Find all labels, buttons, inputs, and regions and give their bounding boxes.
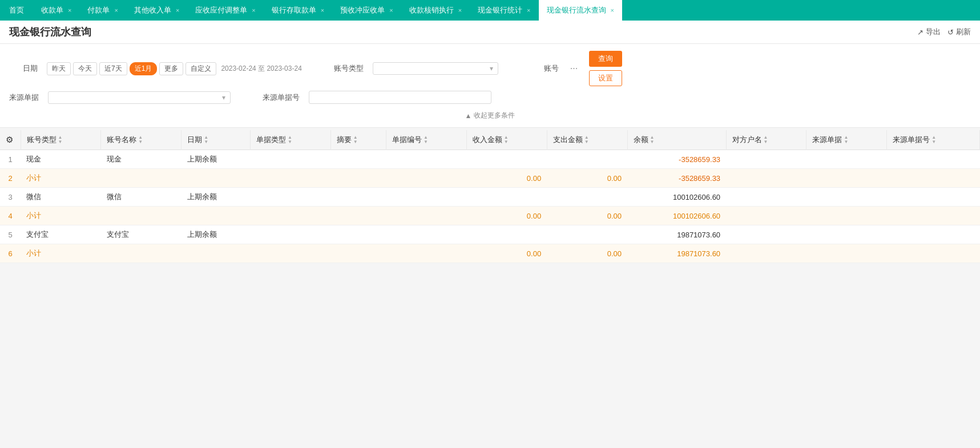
sort-arrows-income: ▲▼ — [504, 135, 509, 144]
th-account-type[interactable]: 账号类型 ▲▼ — [21, 130, 101, 150]
table-header-row: ⚙ 账号类型 ▲▼ 账号名称 ▲▼ 日期 — [0, 130, 980, 150]
close-tab-prepay-offset-icon[interactable]: × — [389, 0, 393, 21]
data-table-container: ⚙ 账号类型 ▲▼ 账号名称 ▲▼ 日期 — [0, 130, 980, 263]
th-counter-party[interactable]: 对方户名 ▲▼ — [726, 130, 806, 150]
close-tab-ar-ap-adjust-icon[interactable]: × — [252, 0, 255, 21]
sort-arrows-balance: ▲▼ — [650, 135, 655, 144]
tab-payment[interactable]: 付款单 × — [79, 0, 126, 21]
sort-arrows-date: ▲▼ — [204, 135, 208, 144]
tab-receivable[interactable]: 收款单 × — [33, 0, 79, 21]
filter-row-2: 来源单据 ▾ 来源单据号 — [9, 91, 971, 104]
settings-button[interactable]: 设置 — [589, 70, 622, 86]
close-tab-bank-deposit-icon[interactable]: × — [321, 0, 324, 21]
close-tab-cash-bank-stats-icon[interactable]: × — [527, 0, 530, 21]
query-actions: 查询 设置 — [589, 51, 622, 86]
tab-bank-deposit[interactable]: 银行存取款单 × — [264, 0, 332, 21]
th-balance[interactable]: 余额 ▲▼ — [627, 130, 726, 150]
sort-arrows-account-type: ▲▼ — [58, 135, 63, 144]
data-table: ⚙ 账号类型 ▲▼ 账号名称 ▲▼ 日期 — [0, 130, 980, 263]
th-income[interactable]: 收入金额 ▲▼ — [466, 130, 547, 150]
settings-gear-icon: ⚙ — [6, 135, 13, 144]
th-summary[interactable]: 摘要 ▲▼ — [330, 130, 386, 150]
table-row: 5支付宝支付宝上期余额19871073.60 — [0, 225, 980, 244]
sort-arrows-expense: ▲▼ — [584, 135, 589, 144]
sort-arrows-doc-type: ▲▼ — [288, 135, 292, 144]
tab-prepay-offset[interactable]: 预收冲应收单 × — [332, 0, 401, 21]
top-navigation: 首页 收款单 × 付款单 × 其他收入单 × 应收应付调整单 × 银行存取款单 … — [0, 0, 980, 21]
header-actions: ↗ 导出 ↺ 刷新 — [917, 27, 971, 37]
filter-row-1: 日期 昨天 今天 近7天 近1月 更多 自定义 2023-02-24 至 202… — [9, 51, 971, 86]
date-range-display: 2023-02-24 至 2023-03-24 — [221, 64, 301, 74]
table-row: 6小计0.000.0019871073.60 — [0, 244, 980, 263]
collapse-label: 收起更多条件 — [474, 111, 515, 120]
page-header: 现金银行流水查询 ↗ 导出 ↺ 刷新 — [0, 21, 980, 44]
export-icon: ↗ — [917, 28, 923, 37]
query-button[interactable]: 查询 — [589, 51, 622, 67]
table-body: 1现金现金上期余额-3528659.332小计0.000.00-3528659.… — [0, 150, 980, 263]
close-tab-cash-bank-flow-icon[interactable]: × — [611, 0, 614, 21]
sort-arrows-source-doc-no: ▲▼ — [931, 135, 936, 144]
source-doc-no-label: 来源单据号 — [263, 92, 300, 103]
filter-area: 日期 昨天 今天 近7天 近1月 更多 自定义 2023-02-24 至 202… — [0, 44, 980, 128]
tab-collection-verify[interactable]: 收款核销执行 × — [401, 0, 470, 21]
date-btn-custom[interactable]: 自定义 — [185, 62, 216, 75]
account-more-button[interactable]: ··· — [568, 63, 580, 74]
source-doc-select[interactable]: ▾ — [48, 91, 231, 104]
tab-cash-bank-flow[interactable]: 现金银行流水查询 × — [539, 0, 622, 21]
date-btn-yesterday[interactable]: 昨天 — [47, 62, 71, 75]
sort-arrows-summary: ▲▼ — [353, 135, 358, 144]
chevron-down-icon: ▾ — [490, 64, 493, 72]
table-row: 4小计0.000.00100102606.60 — [0, 207, 980, 225]
th-expense[interactable]: 支出金额 ▲▼ — [547, 130, 627, 150]
sort-arrows-source-doc: ▲▼ — [844, 135, 848, 144]
th-doc-no[interactable]: 单据编号 ▲▼ — [386, 130, 467, 150]
sort-arrows-counter-party: ▲▼ — [764, 135, 768, 144]
date-filter-buttons: 昨天 今天 近7天 近1月 更多 自定义 2023-02-24 至 2023-0… — [47, 62, 302, 75]
collapse-filter-bar[interactable]: ▲ 收起更多条件 — [9, 108, 971, 123]
sort-arrows-doc-no: ▲▼ — [424, 135, 428, 144]
source-doc-no-input[interactable] — [309, 91, 491, 104]
date-btn-7days[interactable]: 近7天 — [99, 62, 127, 75]
source-doc-chevron-icon: ▾ — [222, 94, 225, 102]
table-row: 1现金现金上期余额-3528659.33 — [0, 150, 980, 169]
close-tab-collection-verify-icon[interactable]: × — [458, 0, 462, 21]
th-doc-type[interactable]: 单据类型 ▲▼ — [250, 130, 330, 150]
tab-cash-bank-stats[interactable]: 现金银行统计 × — [470, 0, 538, 21]
collapse-icon: ▲ — [465, 112, 472, 120]
date-btn-more[interactable]: 更多 — [159, 62, 183, 75]
th-date[interactable]: 日期 ▲▼ — [182, 130, 251, 150]
account-type-label: 账号类型 — [334, 63, 364, 74]
th-settings[interactable]: ⚙ — [0, 130, 21, 150]
table-row: 3微信微信上期余额100102606.60 — [0, 188, 980, 207]
page-title: 现金银行流水查询 — [9, 25, 91, 39]
refresh-icon: ↺ — [947, 28, 954, 37]
th-source-doc[interactable]: 来源单据 ▲▼ — [806, 130, 887, 150]
export-button[interactable]: ↗ 导出 — [917, 27, 941, 37]
table-row: 2小计0.000.00-3528659.33 — [0, 169, 980, 188]
refresh-button[interactable]: ↺ 刷新 — [947, 27, 971, 37]
close-tab-receivable-icon[interactable]: × — [68, 0, 71, 21]
th-source-doc-no[interactable]: 来源单据号 ▲▼ — [887, 130, 980, 150]
sort-arrows-account-name: ▲▼ — [138, 135, 143, 144]
date-btn-today[interactable]: 今天 — [73, 62, 97, 75]
home-nav-item[interactable]: 首页 — [0, 0, 33, 21]
source-doc-label: 来源单据 — [9, 92, 39, 103]
tab-other-income[interactable]: 其他收入单 × — [126, 0, 187, 21]
date-btn-1month[interactable]: 近1月 — [130, 62, 158, 75]
close-tab-other-income-icon[interactable]: × — [176, 0, 179, 21]
account-label: 账号 — [530, 63, 559, 74]
account-type-select[interactable]: ▾ — [373, 62, 498, 75]
close-tab-payment-icon[interactable]: × — [114, 0, 118, 21]
th-account-name[interactable]: 账号名称 ▲▼ — [101, 130, 182, 150]
tab-ar-ap-adjust[interactable]: 应收应付调整单 × — [187, 0, 263, 21]
date-filter-label: 日期 — [9, 63, 38, 74]
